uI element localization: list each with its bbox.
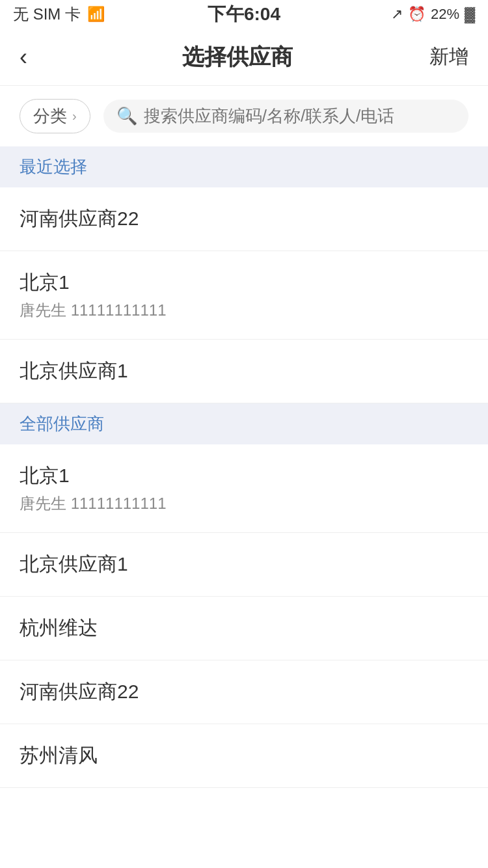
item-name: 河南供应商22 — [20, 679, 468, 705]
list-item[interactable]: 北京供应商1 — [0, 533, 488, 597]
category-label: 分类 — [33, 105, 67, 128]
list-item[interactable]: 北京供应商1 — [0, 340, 488, 403]
item-name: 河南供应商22 — [20, 206, 468, 232]
all-section-header: 全部供应商 — [0, 403, 488, 444]
all-list: 北京1唐先生 11111111111北京供应商1杭州维达河南供应商22苏州清风 — [0, 444, 488, 788]
battery-label: 22% — [431, 6, 459, 23]
item-name: 北京1 — [20, 463, 468, 489]
search-icon: 🔍 — [116, 106, 137, 126]
list-item[interactable]: 北京1唐先生 11111111111 — [0, 444, 488, 533]
page-title: 选择供应商 — [182, 42, 293, 72]
item-detail: 唐先生 11111111111 — [20, 493, 468, 514]
status-time: 下午6:04 — [208, 2, 280, 27]
list-item[interactable]: 苏州清风 — [0, 724, 488, 788]
item-detail: 唐先生 11111111111 — [20, 300, 468, 321]
battery-icon: ▓ — [465, 6, 475, 23]
carrier-label: 无 SIM 卡 — [13, 4, 81, 25]
recent-section-label: 最近选择 — [20, 157, 87, 176]
item-name: 北京供应商1 — [20, 551, 468, 578]
recent-list: 河南供应商22北京1唐先生 11111111111北京供应商1 — [0, 187, 488, 403]
list-item[interactable]: 北京1唐先生 11111111111 — [0, 251, 488, 340]
list-item[interactable]: 河南供应商22 — [0, 660, 488, 724]
alarm-icon: ⏰ — [408, 6, 426, 23]
item-name: 苏州清风 — [20, 742, 468, 769]
add-button[interactable]: 新增 — [416, 44, 468, 70]
filter-bar: 分类 › 🔍 — [0, 86, 488, 146]
status-right: ↗ ⏰ 22% ▓ — [391, 6, 475, 23]
wifi-icon: 📶 — [87, 6, 105, 23]
item-name: 北京供应商1 — [20, 358, 468, 385]
list-item[interactable]: 杭州维达 — [0, 597, 488, 660]
all-section-label: 全部供应商 — [20, 414, 104, 433]
item-name: 北京1 — [20, 269, 468, 296]
item-name: 杭州维达 — [20, 615, 468, 642]
status-bar: 无 SIM 卡 📶 下午6:04 ↗ ⏰ 22% ▓ — [0, 0, 488, 29]
search-container: 🔍 — [103, 100, 468, 133]
back-button[interactable]: ‹ — [20, 44, 59, 71]
list-item[interactable]: 河南供应商22 — [0, 187, 488, 251]
location-icon: ↗ — [391, 6, 403, 23]
search-input[interactable] — [144, 106, 455, 126]
category-button[interactable]: 分类 › — [20, 99, 90, 133]
nav-bar: ‹ 选择供应商 新增 — [0, 29, 488, 86]
recent-section-header: 最近选择 — [0, 146, 488, 187]
chevron-right-icon: › — [72, 109, 77, 124]
status-left: 无 SIM 卡 📶 — [13, 4, 105, 25]
